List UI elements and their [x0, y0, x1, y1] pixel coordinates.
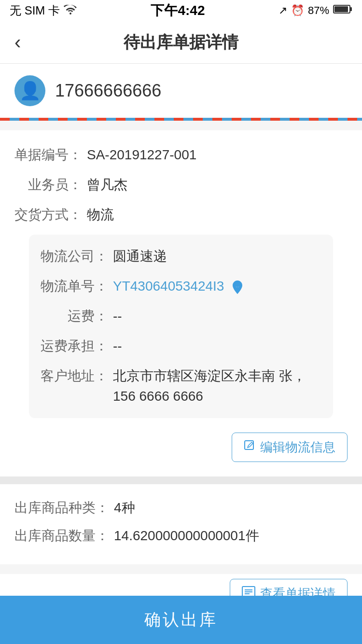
address-label: 客户地址：	[41, 366, 108, 386]
goods-types-row: 出库商品种类： 4种	[14, 499, 348, 517]
customer-section: 👤 17666666666	[0, 64, 362, 118]
page-title: 待出库单据详情	[124, 31, 238, 54]
edit-btn-container: 编辑物流信息	[14, 423, 348, 467]
avatar: 👤	[14, 75, 45, 106]
delivery-method-row: 交货方式： 物流	[14, 205, 348, 225]
freight-row: 运费： --	[41, 306, 321, 326]
goods-types-value: 4种	[114, 499, 135, 517]
goods-types-label: 出库商品种类：	[14, 499, 109, 517]
section-separator	[0, 476, 362, 484]
logistics-tracking-label: 物流单号：	[41, 276, 108, 296]
order-info-section: 单据编号： SA-20191227-001 业务员： 曾凡杰 交货方式： 物流 …	[0, 130, 362, 476]
salesman-value: 曾凡杰	[87, 175, 348, 195]
delivery-method-value: 物流	[87, 205, 348, 225]
customer-phone: 17666666666	[55, 81, 161, 101]
alarm-icon: ⏰	[291, 4, 304, 17]
freight-bearer-label: 运费承担：	[41, 336, 108, 356]
goods-quantity-label: 出库商品数量：	[14, 527, 109, 545]
freight-bearer-row: 运费承担： --	[41, 336, 321, 356]
logistics-company-label: 物流公司：	[41, 246, 108, 266]
freight-value: --	[113, 306, 321, 326]
status-bar: 无 SIM 卡 下午4:42 ↗ ⏰ 87%	[0, 0, 362, 21]
battery-icon	[333, 4, 352, 17]
back-button[interactable]: ‹	[14, 31, 21, 53]
edit-logistics-button[interactable]: 编辑物流信息	[232, 433, 348, 462]
logistics-card: 物流公司： 圆通速递 物流单号： YT43064053424I3 运费： -- …	[29, 235, 333, 418]
logistics-tracking-row: 物流单号： YT43064053424I3	[41, 276, 321, 296]
avatar-icon: 👤	[19, 81, 41, 101]
edit-btn-label: 编辑物流信息	[260, 439, 335, 456]
salesman-row: 业务员： 曾凡杰	[14, 175, 348, 195]
freight-bearer-value: --	[113, 336, 321, 356]
address-value: 北京市市辖区海淀区永丰南 张，156 6666 6666	[113, 366, 321, 406]
goods-quantity-row: 出库商品数量： 14.620000000000001件	[14, 527, 348, 545]
salesman-label: 业务员：	[14, 175, 82, 195]
svg-rect-2	[334, 6, 348, 12]
dashed-divider	[0, 118, 362, 121]
logistics-company-value: 圆通速递	[113, 246, 321, 266]
goods-section: 出库商品种类： 4种 出库商品数量： 14.620000000000001件	[0, 484, 362, 564]
carrier-text: 无 SIM 卡	[10, 3, 60, 18]
status-bar-right: ↗ ⏰ 87%	[278, 4, 352, 17]
order-no-label: 单据编号：	[14, 145, 82, 165]
status-bar-time: 下午4:42	[151, 1, 205, 20]
goods-quantity-value: 14.620000000000001件	[114, 527, 259, 545]
location-indicator: ↗	[278, 4, 287, 17]
wifi-icon	[64, 4, 77, 17]
battery-text: 87%	[308, 4, 329, 17]
freight-label: 运费：	[41, 306, 108, 326]
address-row: 客户地址： 北京市市辖区海淀区永丰南 张，156 6666 6666	[41, 366, 321, 406]
status-bar-left: 无 SIM 卡	[10, 3, 77, 18]
logistics-company-row: 物流公司： 圆通速递	[41, 246, 321, 266]
confirm-btn-container: 确认出库	[0, 596, 362, 644]
confirm-outbound-button[interactable]: 确认出库	[0, 596, 362, 644]
svg-rect-1	[350, 7, 352, 11]
order-no-row: 单据编号： SA-20191227-001	[14, 145, 348, 165]
logistics-tracking-value: YT43064053424I3	[113, 276, 321, 296]
edit-icon	[244, 440, 255, 455]
order-no-value: SA-20191227-001	[87, 145, 348, 165]
location-icon[interactable]	[230, 279, 245, 294]
delivery-method-label: 交货方式：	[14, 205, 82, 225]
nav-bar: ‹ 待出库单据详情	[0, 21, 362, 64]
